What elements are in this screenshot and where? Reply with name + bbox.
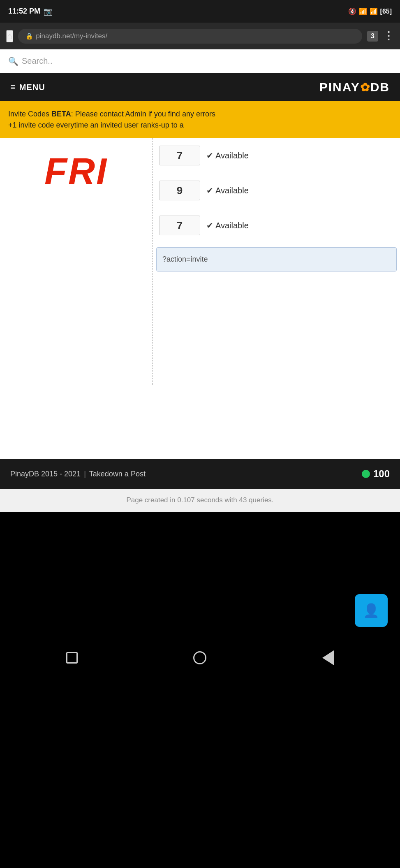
invite-code-2: 7 <box>159 216 200 235</box>
invite-status-1: ✔ Available <box>206 186 249 195</box>
score-dot-icon <box>362 470 370 478</box>
fri-label: FRI <box>44 151 108 193</box>
lock-icon: 🔒 <box>25 32 33 40</box>
takedown-link[interactable]: Takedown a Post <box>89 470 146 478</box>
mute-icon: 🔇 <box>348 7 356 15</box>
invite-codes-panel: 7 ✔ Available 9 ✔ Available 7 ✔ Availabl… <box>152 138 400 385</box>
invite-code-1: 9 <box>159 181 200 200</box>
menu-button[interactable]: ≡ MENU <box>10 82 45 93</box>
url-text: pinaydb.net/my-invites/ <box>36 32 107 40</box>
site-logo[interactable]: PINAY ✿ DB <box>319 80 390 94</box>
check-icon-1: ✔ <box>206 186 213 195</box>
fab-user-icon: 👤 <box>363 603 379 618</box>
android-home-button[interactable] <box>193 651 206 664</box>
search-bar[interactable]: 🔍 Search.. <box>0 49 400 73</box>
android-recents-button[interactable] <box>66 652 78 664</box>
status-bar: 11:52 PM 📷 🔇 📶 📶 [65] <box>0 0 400 23</box>
home-icon: ⌂ <box>7 31 12 41</box>
hamburger-icon: ≡ <box>10 82 16 93</box>
score-number: 100 <box>373 468 390 480</box>
signal-icon: 📶 <box>359 7 367 15</box>
battery-display: [65] <box>380 8 392 15</box>
status-bar-left: 11:52 PM 📷 <box>8 7 53 16</box>
left-panel: FRI <box>0 138 152 385</box>
nav-bar: ≡ MENU PINAY ✿ DB <box>0 73 400 101</box>
menu-label: MENU <box>19 83 45 92</box>
score-badge: 100 <box>362 468 390 480</box>
copyright-text: PinayDB 2015 - 2021 <box>10 470 81 478</box>
main-content: FRI 7 ✔ Available 9 ✔ Available 7 ✔ Avai… <box>0 138 400 385</box>
timing-text: Page created in 0.107 seconds with 43 qu… <box>126 496 273 504</box>
camera-icon: 📷 <box>44 7 53 16</box>
invite-row-2: 7 ✔ Available <box>153 208 400 243</box>
notice-line1: Invite Codes BETA: Please contact Admin … <box>8 109 392 120</box>
page-timing: Page created in 0.107 seconds with 43 qu… <box>0 489 400 512</box>
notice-line2: +1 invite code everytime an invited user… <box>8 120 392 131</box>
logo-part2: DB <box>370 80 390 94</box>
check-icon-0: ✔ <box>206 151 213 160</box>
notice-beta: BETA <box>51 110 71 118</box>
more-options-button[interactable]: ⋮ <box>383 30 394 42</box>
content-spacer <box>0 385 400 459</box>
android-nav-bar <box>0 639 400 676</box>
invite-code-0: 7 <box>159 146 200 165</box>
footer: PinayDB 2015 - 2021 | Takedown a Post 10… <box>0 459 400 489</box>
status-bar-right: 🔇 📶 📶 [65] <box>348 7 392 15</box>
logo-star-icon: ✿ <box>360 81 370 94</box>
footer-separator: | <box>84 470 86 478</box>
invite-link-text: ?action=invite <box>162 255 208 263</box>
home-button[interactable]: ⌂ <box>6 30 13 42</box>
android-back-button[interactable] <box>322 650 334 665</box>
logo-part1: PINAY <box>319 80 360 94</box>
time-display: 11:52 PM <box>8 7 40 16</box>
invite-status-2: ✔ Available <box>206 220 249 230</box>
black-bottom-area: 👤 <box>0 512 400 676</box>
search-icon: 🔍 <box>8 56 18 66</box>
url-bar[interactable]: 🔒 pinaydb.net/my-invites/ <box>18 29 362 44</box>
search-placeholder: Search.. <box>22 56 52 66</box>
footer-left: PinayDB 2015 - 2021 | Takedown a Post <box>10 470 146 478</box>
invite-link-box[interactable]: ?action=invite <box>156 247 397 272</box>
invite-row-1: 9 ✔ Available <box>153 173 400 208</box>
check-icon-2: ✔ <box>206 220 213 230</box>
wifi-icon: 📶 <box>370 7 378 15</box>
notice-banner: Invite Codes BETA: Please contact Admin … <box>0 101 400 138</box>
fab-button[interactable]: 👤 <box>355 594 388 627</box>
tab-count-badge[interactable]: 3 <box>367 31 378 42</box>
invite-row-0: 7 ✔ Available <box>153 138 400 173</box>
browser-bar: ⌂ 🔒 pinaydb.net/my-invites/ 3 ⋮ <box>0 23 400 49</box>
invite-status-0: ✔ Available <box>206 151 249 160</box>
